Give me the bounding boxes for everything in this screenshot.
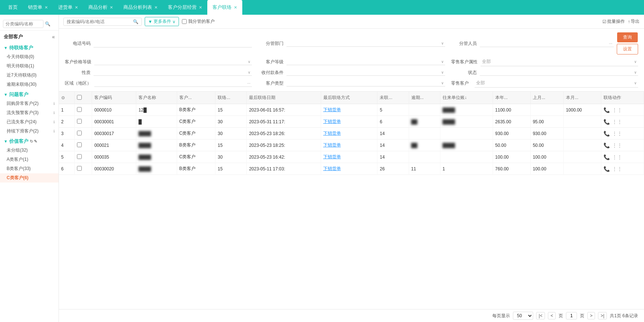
grid-action-icon[interactable]: ⋮⋮ xyxy=(612,131,622,137)
nav-product-analysis[interactable]: 商品分析 ✕ xyxy=(83,0,118,15)
row-checkbox[interactable] xyxy=(77,107,82,112)
sidebar-item-c-class[interactable]: C类客户(6) xyxy=(0,173,59,183)
grid-action-icon[interactable]: ⋮⋮ xyxy=(612,154,622,160)
col-this-year[interactable]: 本年... xyxy=(493,92,530,104)
refresh-icon[interactable]: ↻ xyxy=(30,139,33,144)
col-checkbox[interactable] xyxy=(75,92,92,104)
more-icon[interactable]: ··· xyxy=(247,81,250,85)
col-this-month[interactable]: 本月... xyxy=(563,92,601,104)
col-code[interactable]: 客户编码 xyxy=(92,92,136,104)
cell-checkbox[interactable] xyxy=(75,151,92,163)
next-page-button[interactable]: > xyxy=(587,312,595,319)
method-link[interactable]: 下销货单 xyxy=(323,107,341,112)
sidebar-item-a-class[interactable]: A类客户(1) xyxy=(0,155,59,164)
cell-last-method[interactable]: 下销货单 xyxy=(321,116,377,128)
phone-action-icon[interactable]: 📞 xyxy=(603,154,610,160)
cell-last-method[interactable]: 下销货单 xyxy=(321,151,377,163)
cell-checkbox[interactable] xyxy=(75,128,92,139)
search-input[interactable] xyxy=(67,19,133,24)
all-customers-title[interactable]: 全部客户 « xyxy=(0,31,59,42)
sidebar-item-declining[interactable]: 持续下滑客户(2) ℹ xyxy=(0,127,59,136)
grid-action-icon[interactable]: ⋮⋮ xyxy=(612,166,622,172)
row-checkbox[interactable] xyxy=(77,166,82,171)
nav-sales-order[interactable]: 销货单 ✕ xyxy=(23,0,53,15)
col-unlinked[interactable]: 未联... xyxy=(377,92,409,104)
row-checkbox[interactable] xyxy=(77,119,82,124)
manager-select[interactable]: ··· xyxy=(480,40,614,47)
cell-checkbox[interactable] xyxy=(75,139,92,151)
section-problem-customers[interactable]: ▼ 问题客户 xyxy=(0,89,59,99)
col-settings[interactable]: ⚙ xyxy=(59,92,75,104)
row-checkbox[interactable] xyxy=(77,154,82,159)
method-link[interactable]: 下销货单 xyxy=(323,119,341,124)
sidebar-item-overdue[interactable]: 逾期未联络(30) xyxy=(0,80,59,89)
col-name[interactable]: 客户名称 xyxy=(136,92,177,104)
last-page-button[interactable]: >| xyxy=(598,312,607,319)
section-pending-contact[interactable]: ▼ 待联络客户 xyxy=(0,42,59,52)
col-last-date[interactable]: 最后联络日期 xyxy=(247,92,321,104)
method-link[interactable]: 下销货单 xyxy=(323,131,341,136)
sidebar-item-today[interactable]: 今天待联络(0) xyxy=(0,52,59,61)
col-account[interactable]: 往来单位账↓ xyxy=(440,92,493,104)
close-icon[interactable]: ✕ xyxy=(154,5,158,10)
method-link[interactable]: 下销货单 xyxy=(323,166,341,171)
close-icon[interactable]: ✕ xyxy=(45,5,48,10)
retail-attr-select[interactable]: 全部 ∨ xyxy=(481,57,638,66)
col-last-month[interactable]: 上月... xyxy=(530,92,563,104)
nav-product-analysis-list[interactable]: 商品分析列表 ✕ xyxy=(118,0,163,15)
nav-customer-contact[interactable]: 客户联络 ✕ xyxy=(207,0,242,15)
section-value-customers[interactable]: ▼ 价值客户 ↻ ✎ xyxy=(0,136,59,146)
sidebar-search-input[interactable] xyxy=(3,20,43,28)
method-link[interactable]: 下销货单 xyxy=(323,154,341,159)
sidebar-search-icon[interactable]: 🔍 xyxy=(45,21,50,26)
sidebar-item-churned[interactable]: 已流失客户(24) ℹ xyxy=(0,117,59,127)
nature-select[interactable]: ∨ xyxy=(94,69,252,76)
grid-action-icon[interactable]: ⋮⋮ xyxy=(612,142,622,148)
sidebar-item-ungrouped[interactable]: 未分组(32) xyxy=(0,146,59,155)
more-icon[interactable]: ··· xyxy=(609,41,612,46)
close-icon[interactable]: ✕ xyxy=(234,5,237,10)
nav-customer-segmentation[interactable]: 客户分层经营 ✕ xyxy=(163,0,207,15)
nav-home[interactable]: 首页 xyxy=(3,4,23,11)
per-page-select[interactable]: 50 100 xyxy=(513,312,533,320)
more-conditions-button[interactable]: ▼ 更多条件 ∨ xyxy=(145,17,179,26)
nav-purchase-order[interactable]: 进货单 ✕ xyxy=(53,0,83,15)
region-select[interactable]: ··· xyxy=(94,80,252,87)
select-all-checkbox[interactable] xyxy=(77,95,82,100)
phone-input[interactable] xyxy=(94,40,252,47)
cell-checkbox[interactable] xyxy=(75,104,92,116)
close-icon[interactable]: ✕ xyxy=(199,5,202,10)
grid-action-icon[interactable]: ⋮⋮ xyxy=(612,119,622,125)
customer-level-select[interactable]: ∨ xyxy=(286,59,445,65)
close-icon[interactable]: ✕ xyxy=(75,5,78,10)
payment-select[interactable]: ∨ xyxy=(286,69,445,76)
query-button[interactable]: 查询 xyxy=(617,32,638,42)
retail-select[interactable]: 全部 ∨ xyxy=(475,79,638,88)
sidebar-item-churn-warning[interactable]: 流失预警客户(3) ℹ xyxy=(0,108,59,117)
customer-type-select[interactable]: ∨ xyxy=(286,80,445,86)
dept-select[interactable]: ∨ xyxy=(286,40,445,47)
col-last-method[interactable]: 最后联络方式 xyxy=(321,92,377,104)
sidebar-item-tomorrow[interactable]: 明天待联络(1) xyxy=(0,61,59,71)
price-level-select[interactable]: ∨ xyxy=(94,59,252,65)
cell-checkbox[interactable] xyxy=(75,116,92,128)
sidebar-item-repurchase-abnormal[interactable]: 回购异常客户(2) ℹ xyxy=(0,99,59,108)
prev-page-button[interactable]: < xyxy=(548,312,556,319)
cell-last-method[interactable]: 下销货单 xyxy=(321,139,377,151)
close-icon[interactable]: ✕ xyxy=(110,5,113,10)
my-customers-checkbox-label[interactable]: 我分管的客户 xyxy=(182,18,215,25)
my-customers-checkbox[interactable] xyxy=(182,19,187,24)
cell-checkbox[interactable] xyxy=(75,163,92,175)
status-select[interactable]: ∨ xyxy=(480,69,638,76)
page-input[interactable] xyxy=(566,312,577,319)
row-checkbox[interactable] xyxy=(77,131,82,135)
row-checkbox[interactable] xyxy=(77,142,82,147)
phone-action-icon[interactable]: 📞 xyxy=(603,119,610,125)
first-page-button[interactable]: |< xyxy=(536,312,545,319)
phone-action-icon[interactable]: 📞 xyxy=(603,107,610,113)
cell-last-method[interactable]: 下销货单 xyxy=(321,163,377,175)
export-button[interactable]: ↑ 导出 xyxy=(628,18,640,25)
method-link[interactable]: 下销货单 xyxy=(323,142,341,148)
col-contact-num[interactable]: 联络... xyxy=(215,92,247,104)
settings-icon[interactable]: ⚙ xyxy=(61,95,65,100)
